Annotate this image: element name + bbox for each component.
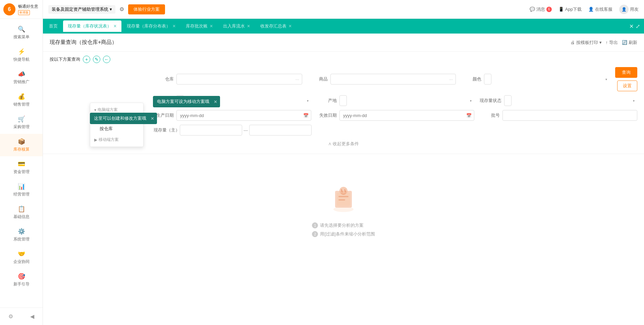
tooltip2-close[interactable]: ✕	[151, 116, 154, 121]
sidebar-item-search[interactable]: 🔍 搜索菜单	[0, 21, 43, 44]
sidebar-item-inventory[interactable]: 📦 库存核算	[0, 134, 43, 156]
user-profile[interactable]: 👤 用友	[619, 5, 639, 14]
filter-section-label: 按以下方案查询	[50, 56, 80, 62]
svg-rect-4	[338, 199, 345, 201]
tabbar-fullscreen[interactable]: ⤢	[636, 23, 640, 30]
scheme-expand-icon: ▾	[94, 108, 96, 112]
inventory-label: 库存核算	[13, 147, 30, 152]
experience-button[interactable]: 体验行业方案	[128, 4, 165, 14]
guide-label: 新手引导	[13, 281, 30, 287]
export-action[interactable]: ↑ 导出	[606, 40, 618, 46]
refresh-action[interactable]: 🔄 刷新	[622, 40, 637, 46]
range-separator: —	[244, 128, 248, 133]
tab-close-in_out_flow[interactable]: ✕	[247, 24, 250, 29]
scheme-back-button[interactable]: ←	[103, 56, 110, 63]
origin-select[interactable]	[339, 95, 347, 106]
search-button[interactable]: 查询	[615, 67, 637, 78]
finance-label: 资金管理	[13, 169, 30, 175]
svg-rect-3	[338, 196, 348, 197]
main-content: 现存量查询（按仓库+商品） 🖨 按模板打印 ▾ ↑ 导出 🔄 刷新 按以下方案查…	[43, 34, 644, 325]
product-input[interactable]: ···	[330, 74, 456, 85]
batch-no-input[interactable]	[502, 110, 637, 121]
basic-icon: 📋	[18, 205, 25, 213]
step1-text: 请先选择要分析的方案	[320, 221, 364, 230]
sidebar-item-quick[interactable]: ⚡ 快捷导航	[0, 44, 43, 66]
print-action[interactable]: 🖨 按模板打印 ▾	[571, 40, 602, 46]
sidebar-item-sales[interactable]: 💰 销售管理	[0, 89, 43, 111]
stock-qty-from[interactable]	[180, 125, 242, 136]
sidebar-logo: 6 畅通好生意 标准版	[0, 0, 43, 19]
export-label: 导出	[609, 40, 618, 46]
tab-inventory_dist[interactable]: 现存量（库存分布表）✕	[122, 20, 180, 32]
warehouse-input[interactable]: ···	[176, 74, 302, 85]
coop-icon: 🤝	[18, 250, 25, 258]
page-actions: 🖨 按模板打印 ▾ ↑ 导出 🔄 刷新	[571, 40, 638, 46]
tab-batch_account[interactable]: 库存批次账✕	[181, 20, 218, 32]
tab-close-inventory_dist[interactable]: ✕	[172, 24, 176, 29]
tab-label-receive_summary: 收发存汇总表	[260, 23, 286, 29]
tab-close-receive_summary[interactable]: ✕	[288, 24, 292, 29]
color-label: 颜色	[461, 76, 481, 82]
messages-label: 消息	[536, 6, 545, 12]
filter-area: 按以下方案查询 + ✎ ← 电脑方案可设为移动方案哦 ✕ ▾ 电脑端方案 按商品…	[43, 52, 644, 154]
collapse-sidebar-icon[interactable]: ◀	[28, 312, 37, 321]
stock-qty-to[interactable]	[249, 125, 312, 136]
product-more-icon: ···	[449, 77, 453, 82]
tab-home[interactable]: 首页	[44, 20, 62, 32]
settings-icon[interactable]: ⚙	[119, 6, 124, 12]
tab-close-inventory_status[interactable]: ✕	[113, 24, 117, 29]
filter-stock-status: 现存量状态	[480, 95, 637, 106]
scheme-expand-mobile-icon: ▶	[94, 138, 97, 142]
sidebar-item-marketing[interactable]: 📣 营销推广	[0, 66, 43, 89]
color-select[interactable]	[484, 74, 491, 85]
filter-header: 按以下方案查询 + ✎ ← 电脑方案可设为移动方案哦 ✕	[50, 56, 637, 63]
sidebar-item-finance[interactable]: 💳 资金管理	[0, 156, 43, 179]
header-left: 装备及固定资产辅助管理系统 ▾ ⚙ 体验行业方案	[48, 4, 165, 14]
mobile-icon: 📱	[558, 7, 564, 12]
sidebar-item-operations[interactable]: 📊 经营管理	[0, 179, 43, 201]
tabbar-close-all[interactable]: ✕	[629, 23, 634, 30]
coop-label: 企业协同	[13, 259, 30, 265]
sidebar-item-basic[interactable]: 📋 基础信息	[0, 201, 43, 224]
tooltip1-close[interactable]: ✕	[214, 99, 217, 104]
sidebar-item-guide[interactable]: 🎯 新手引导	[0, 269, 43, 291]
tab-inventory_status[interactable]: 现存量（库存状况表）✕	[63, 20, 121, 32]
support-action[interactable]: 👤 在线客服	[588, 6, 612, 12]
sidebar-item-system[interactable]: ⚙️ 系统管理	[0, 224, 43, 246]
produce-date-input[interactable]	[176, 110, 311, 121]
edit-scheme-button[interactable]: ✎	[93, 56, 100, 63]
filter-color: 颜色	[461, 74, 610, 85]
search-btns: 查询 设置	[615, 67, 637, 91]
messages-action[interactable]: 💬 消息 6	[530, 6, 552, 12]
messages-badge: 6	[546, 7, 552, 12]
expiry-date-input[interactable]	[339, 110, 474, 121]
batch-no-label: 批号	[480, 112, 500, 118]
scheme-group-mobile[interactable]: ▶ 移动端方案	[90, 135, 143, 145]
tooltip-scheme-mobile: 电脑方案可设为移动方案哦 ✕	[153, 96, 220, 107]
sidebar-item-coop[interactable]: 🤝 企业协同	[0, 246, 43, 269]
page-header: 现存量查询（按仓库+商品） 🖨 按模板打印 ▾ ↑ 导出 🔄 刷新	[43, 34, 644, 52]
marketing-icon: 📣	[18, 70, 25, 78]
collapse-label: 收起更多条件	[333, 141, 359, 146]
step2-text: 用[过滤]条件来缩小分析范围	[320, 230, 375, 238]
tooltip1-text: 电脑方案可设为移动方案哦	[157, 99, 209, 104]
sidebar-item-purchase[interactable]: 🛒 采购管理	[0, 111, 43, 134]
finance-icon: 💳	[18, 160, 25, 168]
filter-rows-container: 仓库 ··· 商品 ··· 颜色	[154, 67, 637, 136]
sales-label: 销售管理	[13, 102, 30, 107]
stock-status-select[interactable]	[504, 95, 512, 106]
system-selector[interactable]: 装备及固定资产辅助管理系统 ▾	[48, 5, 115, 14]
setting-button[interactable]: 设置	[617, 80, 637, 91]
tab-close-batch_account[interactable]: ✕	[210, 24, 213, 29]
tab-in_out_flow[interactable]: 出入库流水✕	[218, 20, 255, 32]
scheme-group-label: 电脑端方案	[98, 107, 118, 113]
purchase-icon: 🛒	[18, 115, 25, 123]
tooltip2-text: 这里可以创建和修改方案哦	[94, 116, 146, 121]
scheme-item-by-warehouse[interactable]: 按仓库	[90, 124, 143, 133]
settings-bottom-icon[interactable]: ⚙	[6, 312, 16, 321]
app-download-action[interactable]: 📱 App下载	[558, 6, 582, 12]
system-name-label: 装备及固定资产辅助管理系统	[52, 6, 108, 12]
tab-receive_summary[interactable]: 收发存汇总表✕	[256, 20, 297, 32]
message-icon: 💬	[530, 7, 535, 12]
add-scheme-button[interactable]: +	[83, 56, 90, 63]
